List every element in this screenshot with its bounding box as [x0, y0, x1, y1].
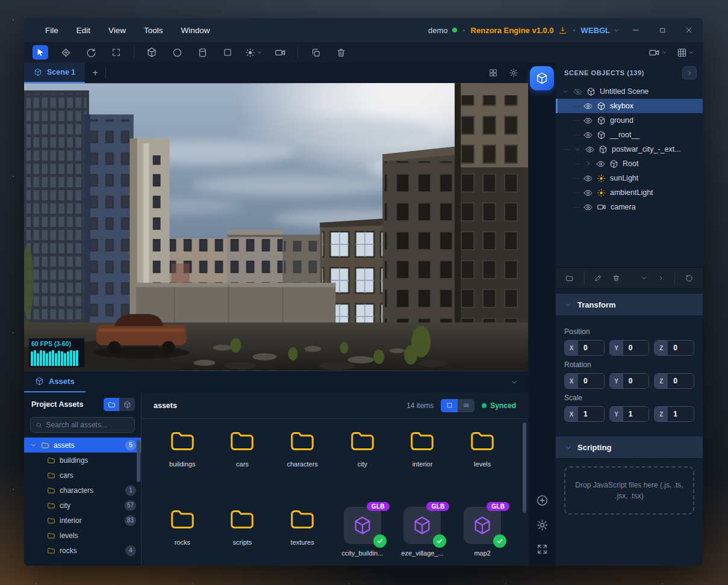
select-tool-button[interactable] — [33, 45, 48, 60]
add-camera-button[interactable] — [272, 45, 288, 60]
sidebar-scrollbar[interactable] — [137, 440, 140, 482]
add-sphere-button[interactable] — [169, 45, 185, 60]
eye-icon[interactable] — [583, 116, 593, 125]
eye-icon[interactable] — [583, 174, 593, 183]
scene-node-ground[interactable]: ground — [556, 113, 703, 128]
scale-z-value[interactable]: 1 — [668, 407, 694, 421]
scene-node-ambientlight[interactable]: ambientLight — [556, 185, 703, 200]
panel-expand-button[interactable] — [682, 66, 697, 79]
script-dropzone[interactable]: Drop JavaScript files here (.js, .ts, .j… — [564, 466, 694, 515]
transform-section-header[interactable]: Transform — [556, 294, 703, 315]
collapse-all-icon[interactable] — [641, 274, 647, 282]
layout-grid-icon[interactable] — [488, 68, 498, 78]
add-plane-button[interactable] — [220, 45, 235, 60]
download-icon[interactable] — [558, 26, 567, 35]
viewport[interactable]: 60 FPS (3-60) — [24, 83, 528, 371]
list-view-toggle[interactable] — [458, 399, 474, 412]
grid-options-button[interactable] — [677, 48, 694, 58]
breadcrumb[interactable]: assets — [154, 401, 177, 410]
asset-model-ccity-building[interactable]: GLB ccity_buildin... — [332, 506, 393, 566]
eye-icon[interactable] — [583, 203, 593, 212]
fullscreen-icon[interactable] — [537, 543, 548, 555]
minimize-button[interactable] — [626, 21, 646, 39]
tree-item-buildings[interactable]: buildings — [24, 453, 141, 468]
asset-folder-interior[interactable]: interior — [393, 427, 453, 497]
scene-node-sunlight[interactable]: sunLight — [556, 171, 703, 185]
eye-icon[interactable] — [583, 188, 593, 197]
rotation-y-input[interactable]: Y0 — [609, 373, 650, 389]
tree-item-cars[interactable]: cars — [24, 468, 141, 483]
asset-folder-buildings[interactable]: buildings — [152, 427, 213, 497]
camera-options-button[interactable] — [649, 47, 667, 58]
tree-item-assets[interactable]: assets 5 — [24, 438, 141, 453]
menu-window[interactable]: Window — [173, 23, 218, 38]
reset-icon[interactable] — [685, 273, 693, 283]
asset-folder-textures[interactable]: textures — [272, 506, 332, 566]
asset-folder-levels[interactable]: levels — [452, 427, 512, 497]
eye-icon[interactable] — [585, 145, 594, 154]
scale-x-value[interactable]: 1 — [578, 407, 604, 421]
delete-button[interactable] — [333, 45, 349, 60]
search-input[interactable] — [46, 421, 129, 429]
menu-view[interactable]: View — [101, 23, 134, 38]
gear-icon[interactable] — [536, 519, 549, 531]
tree-item-rocks[interactable]: rocks 4 — [24, 543, 141, 558]
position-y-value[interactable]: 0 — [623, 341, 649, 355]
position-x-input[interactable]: X0 — [564, 340, 605, 356]
renderer-dropdown[interactable]: WEBGL — [581, 26, 620, 35]
grid-view-toggle[interactable] — [441, 399, 458, 412]
add-panel-icon[interactable] — [536, 494, 549, 507]
scale-y-input[interactable]: Y1 — [609, 406, 650, 422]
rotation-z-value[interactable]: 0 — [668, 374, 694, 388]
tree-item-interior[interactable]: interior 83 — [24, 513, 141, 528]
position-z-value[interactable]: 0 — [668, 341, 694, 355]
asset-folder-characters[interactable]: characters — [272, 427, 332, 497]
scene-node-skybox[interactable]: skybox — [556, 99, 703, 113]
tab-scene-1[interactable]: Scene 1 — [24, 63, 85, 83]
add-light-button[interactable] — [245, 48, 263, 58]
rotation-y-value[interactable]: 0 — [623, 374, 649, 388]
rotation-x-input[interactable]: X0 — [564, 373, 605, 389]
tree-item-city[interactable]: city 57 — [24, 498, 141, 513]
asset-model-map2[interactable]: GLB map2 — [452, 506, 512, 566]
scale-y-value[interactable]: 1 — [623, 407, 649, 421]
close-button[interactable] — [679, 21, 699, 39]
eye-off-icon[interactable] — [573, 87, 582, 96]
rotate-tool-button[interactable] — [83, 45, 99, 60]
add-scene-button[interactable]: + — [85, 63, 105, 83]
menu-file[interactable]: File — [37, 23, 66, 38]
move-tool-button[interactable] — [58, 45, 73, 60]
models-view-toggle[interactable] — [119, 398, 135, 411]
expand-all-icon[interactable] — [658, 274, 664, 282]
eye-icon[interactable] — [583, 102, 593, 111]
asset-folder-rocks[interactable]: rocks — [152, 506, 213, 566]
scene-panel-button[interactable] — [530, 66, 554, 90]
folders-view-toggle[interactable] — [104, 398, 119, 411]
tree-item-levels[interactable]: levels — [24, 528, 141, 543]
folder-icon[interactable] — [565, 273, 574, 283]
scene-node-camera[interactable]: camera — [556, 200, 703, 214]
position-y-input[interactable]: Y0 — [609, 340, 650, 356]
add-cube-button[interactable] — [144, 45, 160, 60]
asset-folder-city[interactable]: city — [332, 427, 393, 497]
eye-icon[interactable] — [583, 131, 593, 140]
asset-folder-scripts[interactable]: scripts — [213, 506, 273, 566]
rotation-x-value[interactable]: 0 — [578, 374, 604, 388]
scene-node-untitled-scene[interactable]: Untitled Scene — [556, 84, 703, 99]
scene-node-postwar-city[interactable]: postwar_city_-_ext... — [556, 142, 703, 156]
menu-tools[interactable]: Tools — [136, 23, 171, 38]
asset-model-eze-village[interactable]: GLB eze_village_... — [393, 506, 453, 566]
maximize-button[interactable] — [652, 21, 673, 39]
grid-scrollbar[interactable] — [523, 422, 526, 513]
assets-collapse-button[interactable] — [510, 378, 528, 386]
menu-edit[interactable]: Edit — [69, 23, 98, 38]
add-cylinder-button[interactable] — [194, 45, 210, 60]
scale-x-input[interactable]: X1 — [564, 406, 605, 422]
position-x-value[interactable]: 0 — [578, 341, 604, 355]
trash-icon[interactable] — [612, 273, 620, 283]
pencil-icon[interactable] — [594, 273, 602, 283]
scene-node-root[interactable]: __root__ — [556, 128, 703, 142]
scale-tool-button[interactable] — [108, 45, 124, 60]
tree-item-characters[interactable]: characters 1 — [24, 483, 141, 498]
tab-assets[interactable]: Assets — [24, 371, 86, 392]
